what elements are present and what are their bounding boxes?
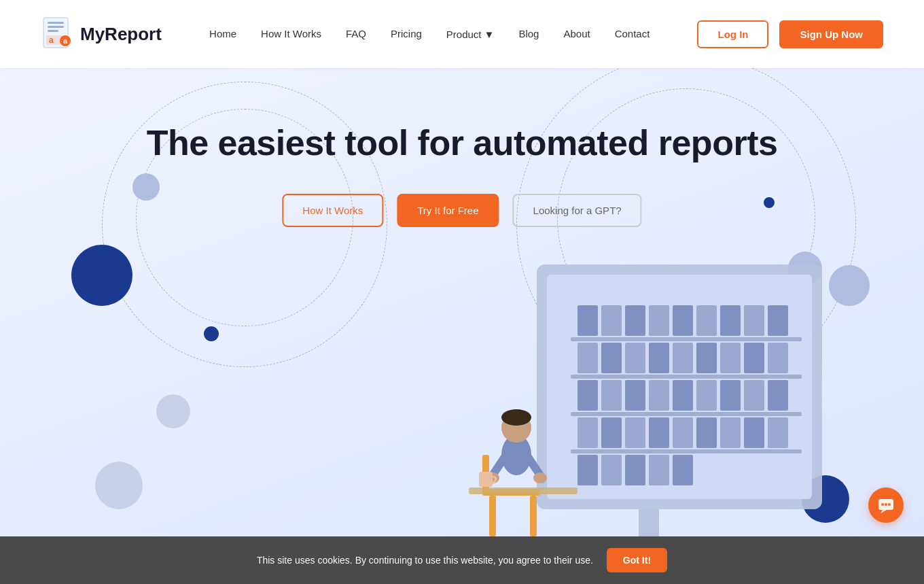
deco-circle-small-top-right <box>764 197 775 208</box>
nav-how-it-works[interactable]: How It Works <box>261 28 321 39</box>
chat-button[interactable] <box>868 487 904 523</box>
svg-rect-26 <box>673 343 693 373</box>
svg-rect-2 <box>48 26 64 28</box>
svg-rect-43 <box>601 417 622 448</box>
svg-rect-48 <box>720 417 741 448</box>
svg-rect-59 <box>530 496 537 536</box>
deco-circle-light-mid-left <box>156 394 190 428</box>
deco-circle-light-bottom-left <box>95 462 143 509</box>
svg-rect-35 <box>649 380 669 411</box>
cookie-banner: This site uses cookies. By continuing to… <box>0 536 924 584</box>
login-button[interactable]: Log In <box>697 20 768 48</box>
chevron-down-icon: ▼ <box>484 29 495 40</box>
svg-rect-38 <box>720 380 741 411</box>
svg-rect-34 <box>625 380 645 411</box>
hero-buttons: How It Works Try It for Free Looking for… <box>282 194 641 227</box>
got-it-button[interactable]: Got It! <box>607 548 667 572</box>
svg-rect-49 <box>744 417 764 448</box>
svg-point-63 <box>501 409 531 426</box>
svg-text:a: a <box>49 35 54 45</box>
deco-circle-light-top-left <box>132 173 160 201</box>
nav-product[interactable]: Product ▼ <box>446 29 495 40</box>
svg-rect-58 <box>489 496 496 536</box>
svg-rect-69 <box>479 472 493 487</box>
nav-faq[interactable]: FAQ <box>346 28 366 39</box>
hero-section: The easiest tool for automated reports H… <box>0 68 924 584</box>
chat-icon <box>877 496 895 514</box>
svg-rect-17 <box>696 305 717 336</box>
svg-rect-32 <box>578 380 598 411</box>
nav-contact[interactable]: Contact <box>615 28 650 39</box>
svg-rect-25 <box>649 343 669 373</box>
nav-blog[interactable]: Blog <box>518 28 539 39</box>
svg-rect-13 <box>601 305 622 336</box>
hero-title: The easiest tool for automated reports <box>147 122 778 163</box>
svg-rect-15 <box>649 305 669 336</box>
svg-text:a: a <box>63 37 68 45</box>
hero-gpt-button[interactable]: Looking for a GPT? <box>513 194 642 227</box>
svg-rect-46 <box>673 417 693 448</box>
svg-rect-37 <box>696 380 717 411</box>
svg-rect-55 <box>649 455 669 485</box>
svg-rect-33 <box>601 380 622 411</box>
svg-point-67 <box>533 473 547 483</box>
svg-rect-39 <box>744 380 764 411</box>
svg-rect-30 <box>768 343 788 373</box>
hero-try-free-button[interactable]: Try It for Free <box>397 194 499 227</box>
svg-rect-54 <box>625 455 645 485</box>
deco-circle-dark-large <box>71 245 132 306</box>
svg-rect-53 <box>601 455 622 485</box>
svg-rect-31 <box>571 375 802 379</box>
svg-rect-47 <box>696 417 717 448</box>
hero-how-works-button[interactable]: How It Works <box>282 194 383 227</box>
svg-rect-41 <box>571 412 802 416</box>
svg-point-73 <box>885 503 887 506</box>
svg-rect-22 <box>578 343 598 373</box>
svg-rect-36 <box>673 380 693 411</box>
svg-rect-40 <box>768 380 788 411</box>
svg-rect-28 <box>720 343 741 373</box>
svg-rect-27 <box>696 343 717 373</box>
nav-actions: Log In Sign Up Now <box>697 20 883 48</box>
svg-rect-44 <box>625 417 645 448</box>
nav-pricing[interactable]: Pricing <box>391 28 422 39</box>
svg-rect-20 <box>768 305 788 336</box>
svg-rect-19 <box>744 305 764 336</box>
svg-rect-1 <box>48 22 64 24</box>
svg-rect-50 <box>768 417 788 448</box>
svg-rect-12 <box>578 305 598 336</box>
navbar: a a MyReport Home How It Works FAQ Prici… <box>0 0 924 68</box>
svg-rect-56 <box>673 455 693 485</box>
nav-home[interactable]: Home <box>209 28 236 39</box>
nav-links: Home How It Works FAQ Pricing Product ▼ … <box>209 28 650 40</box>
svg-rect-3 <box>48 30 58 32</box>
cookie-message: This site uses cookies. By continuing to… <box>257 555 593 566</box>
svg-rect-45 <box>649 417 669 448</box>
svg-line-64 <box>493 455 506 475</box>
svg-rect-52 <box>578 455 598 485</box>
svg-rect-14 <box>625 305 645 336</box>
hero-illustration <box>428 244 870 584</box>
svg-rect-18 <box>720 305 741 336</box>
brand-name: MyReport <box>80 24 162 45</box>
svg-rect-24 <box>625 343 645 373</box>
svg-marker-71 <box>881 510 887 513</box>
logo-link[interactable]: a a MyReport <box>41 16 162 52</box>
logo-icon: a a <box>41 16 73 52</box>
svg-point-74 <box>888 503 891 506</box>
svg-rect-29 <box>744 343 764 373</box>
svg-rect-42 <box>578 417 598 448</box>
svg-rect-68 <box>469 487 578 494</box>
nav-about[interactable]: About <box>563 28 590 39</box>
svg-rect-16 <box>673 305 693 336</box>
svg-rect-51 <box>571 449 802 453</box>
svg-rect-21 <box>571 337 802 341</box>
signup-button[interactable]: Sign Up Now <box>779 20 883 48</box>
svg-point-72 <box>881 503 884 506</box>
deco-circle-small-mid <box>204 326 219 341</box>
svg-rect-23 <box>601 343 622 373</box>
